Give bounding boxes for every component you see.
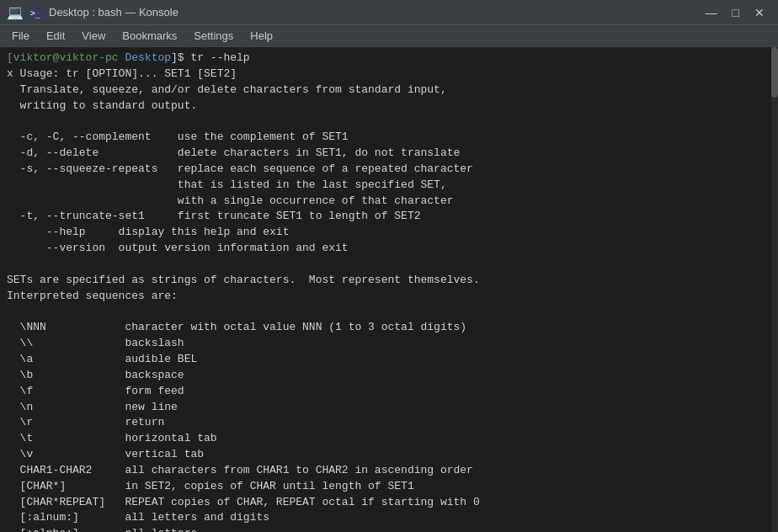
titlebar: 💻 >_ Desktop : bash — Konsole — □ ✕ [0,0,778,25]
menubar: File Edit View Bookmarks Settings Help [0,25,778,47]
scrollbar-thumb[interactable] [771,47,778,98]
titlebar-left: 💻 >_ Desktop : bash — Konsole [7,4,179,20]
svg-text:>_: >_ [30,8,41,19]
close-button[interactable]: ✕ [748,4,771,21]
titlebar-controls: — □ ✕ [699,4,771,21]
menu-file[interactable]: File [3,27,38,45]
prompt-symbol: ]$ [171,51,184,64]
prompt-user: [viktor@viktor-pc [7,51,119,64]
menu-bookmarks[interactable]: Bookmarks [114,27,185,45]
menu-settings[interactable]: Settings [185,27,242,45]
command-text: tr --help [184,51,250,64]
prompt-path: Desktop [125,51,171,64]
maximize-button[interactable]: □ [726,4,746,21]
terminal-output: [viktor@viktor-pc Desktop]$ tr --help x … [7,51,771,532]
menu-view[interactable]: View [73,27,114,45]
terminal-area[interactable]: [viktor@viktor-pc Desktop]$ tr --help x … [0,47,778,532]
app-icon: 💻 [7,4,24,20]
menu-edit[interactable]: Edit [38,27,73,45]
window-title: Desktop : bash — Konsole [49,6,179,19]
minimize-button[interactable]: — [699,4,724,21]
menu-help[interactable]: Help [242,27,281,45]
konsole-icon: >_ [29,5,44,20]
scrollbar[interactable] [771,47,778,532]
